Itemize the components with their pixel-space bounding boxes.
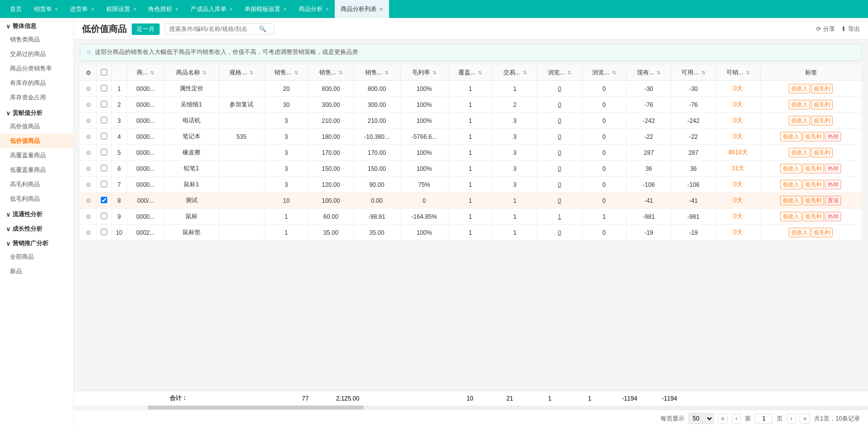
row-browse1[interactable]: 0 — [537, 145, 582, 161]
checkbox-cell[interactable] — [97, 225, 111, 241]
close-icon[interactable]: × — [133, 6, 136, 12]
nav-permissions[interactable]: 权限设置 × — [100, 0, 142, 18]
row-browse1[interactable]: 1 — [537, 209, 582, 225]
sidebar-item-all-products[interactable]: 全部商品 — [0, 250, 73, 264]
coverage-col-header[interactable]: 覆盖... ⇅ — [448, 65, 492, 81]
row-browse1[interactable]: 0 — [537, 81, 582, 97]
row-checkbox[interactable] — [101, 101, 107, 107]
select-all-checkbox[interactable] — [101, 69, 107, 75]
checkbox-cell[interactable] — [97, 209, 111, 225]
nav-inventory[interactable]: 产成品入库单 × — [185, 0, 238, 18]
prev-page-button[interactable]: ‹ — [732, 414, 741, 424]
row-checkbox[interactable] — [101, 229, 107, 235]
browse2-col-header[interactable]: 浏览... ⇅ — [582, 65, 626, 81]
sidebar-item-low-margin[interactable]: 低毛利商品 — [0, 192, 73, 206]
close-icon[interactable]: × — [326, 6, 329, 12]
nav-sales[interactable]: 销货单 × — [28, 0, 64, 18]
sidebar-item-high-margin[interactable]: 高毛利商品 — [0, 177, 73, 192]
close-icon[interactable]: × — [175, 6, 178, 12]
row-browse1[interactable]: 0 — [537, 129, 582, 145]
code-col-header[interactable]: 商... ⇅ — [127, 65, 164, 81]
row-checkbox[interactable] — [101, 85, 107, 91]
settings-cell[interactable]: ⚙ — [80, 161, 97, 177]
row-browse1[interactable]: 0 — [537, 97, 582, 113]
checkbox-cell[interactable] — [97, 161, 111, 177]
row-checkbox[interactable] — [101, 117, 107, 123]
next-page-button[interactable]: › — [787, 414, 796, 424]
row-checkbox[interactable] — [101, 213, 107, 219]
nav-product-analysis[interactable]: 商品分析 × — [293, 0, 335, 18]
close-icon[interactable]: × — [91, 6, 94, 12]
checkbox-cell[interactable] — [97, 145, 111, 161]
row-browse1[interactable]: 0 — [537, 113, 582, 129]
settings-cell[interactable]: ⚙ — [80, 225, 97, 241]
checkbox-col-header[interactable] — [97, 65, 111, 81]
sidebar-item-inventory-products[interactable]: 有库存的商品 — [0, 76, 73, 90]
row-browse1[interactable]: 0 — [537, 225, 582, 241]
nav-roles[interactable]: 角色授权 × — [142, 0, 184, 18]
settings-cell[interactable]: ⚙ — [80, 129, 97, 145]
row-browse1[interactable]: 0 — [537, 177, 582, 193]
settings-cell[interactable]: ⚙ — [80, 209, 97, 225]
first-page-button[interactable]: « — [718, 414, 728, 424]
sidebar-item-high-value[interactable]: 高价值商品 — [0, 119, 73, 134]
name-col-header[interactable]: 商品名称 ⇅ — [164, 65, 219, 81]
close-icon[interactable]: × — [380, 6, 383, 12]
row-checkbox[interactable] — [101, 133, 107, 139]
sidebar-item-new-products[interactable]: 新品 — [0, 264, 73, 279]
close-icon[interactable]: × — [55, 6, 58, 12]
checkbox-cell[interactable] — [97, 193, 111, 209]
checkbox-cell[interactable] — [97, 97, 111, 113]
sales-amount-col-header[interactable]: 销售... ⇅ — [309, 65, 353, 81]
row-checkbox[interactable] — [101, 197, 107, 203]
nav-product-analysis-list[interactable]: 商品分析列表 × — [335, 0, 389, 18]
trade-col-header[interactable]: 交易... ⇅ — [492, 65, 537, 81]
settings-cell[interactable]: ⚙ — [80, 145, 97, 161]
settings-cell[interactable]: ⚙ — [80, 97, 97, 113]
settings-cell[interactable]: ⚙ — [80, 177, 97, 193]
row-browse1[interactable]: 0 — [537, 193, 582, 209]
browse1-col-header[interactable]: 浏览... ⇅ — [537, 65, 582, 81]
gross-margin-col-header[interactable]: 毛利率 ⇅ — [401, 65, 448, 81]
settings-cell[interactable]: ⚙ — [80, 113, 97, 129]
page-size-select[interactable]: 50 20 100 — [688, 413, 714, 424]
settings-cell[interactable]: ⚙ — [80, 81, 97, 97]
checkbox-cell[interactable] — [97, 129, 111, 145]
spec-col-header[interactable]: 规格... ⇅ — [219, 65, 264, 81]
nav-home[interactable]: 首页 — [4, 0, 28, 18]
filter-button[interactable]: 近一月 — [132, 23, 160, 35]
sidebar-item-traded-products[interactable]: 交易过的商品 — [0, 47, 73, 61]
sales-qty-col-header[interactable]: 销售... ⇅ — [264, 65, 308, 81]
sidebar-item-sales-products[interactable]: 销售类商品 — [0, 32, 73, 47]
sidebar-item-category-sales-rate[interactable]: 商品分类销售率 — [0, 61, 73, 76]
export-button[interactable]: ⬆ 导出 — [841, 25, 860, 33]
row-browse1[interactable]: 0 — [537, 161, 582, 177]
last-page-button[interactable]: » — [800, 414, 810, 424]
table-container[interactable]: ⚙ 商... ⇅ 商品名称 ⇅ 规格... ⇅ 销售... ⇅ 销售... ⇅ … — [74, 65, 868, 391]
row-checkbox[interactable] — [101, 165, 107, 171]
settings-col-header[interactable]: ⚙ — [80, 65, 97, 81]
page-input[interactable] — [755, 414, 773, 424]
nav-purchase[interactable]: 进货单 × — [64, 0, 100, 18]
sidebar-item-high-coverage[interactable]: 高覆盖量商品 — [0, 148, 73, 163]
current-col-header[interactable]: 现有... ⇅ — [627, 65, 671, 81]
search-input[interactable] — [169, 25, 259, 32]
close-icon[interactable]: × — [283, 6, 286, 12]
available-col-header[interactable]: 可用... ⇅ — [671, 65, 715, 81]
checkbox-cell[interactable] — [97, 113, 111, 129]
sidebar-item-inventory-capital[interactable]: 库存资金占用 — [0, 90, 73, 105]
sidebar-item-low-coverage[interactable]: 低覆盖量商品 — [0, 163, 73, 177]
checkbox-cell[interactable] — [97, 177, 111, 193]
close-icon[interactable]: × — [229, 6, 232, 12]
saleable-col-header[interactable]: 可销... ⇅ — [716, 65, 760, 81]
sidebar-item-low-value[interactable]: 低价值商品 — [0, 134, 73, 148]
settings-cell[interactable]: ⚙ — [80, 193, 97, 209]
horizontal-scrollbar[interactable] — [148, 406, 868, 410]
row-checkbox[interactable] — [101, 181, 107, 187]
sales-cost-col-header[interactable]: 销售... ⇅ — [353, 65, 400, 81]
checkbox-cell[interactable] — [97, 81, 111, 97]
nav-templates[interactable]: 单据模板设置 × — [238, 0, 292, 18]
share-button[interactable]: ⟳ 分享 — [816, 25, 835, 33]
row-checkbox[interactable] — [101, 149, 107, 155]
search-icon[interactable]: 🔍 — [259, 25, 266, 32]
